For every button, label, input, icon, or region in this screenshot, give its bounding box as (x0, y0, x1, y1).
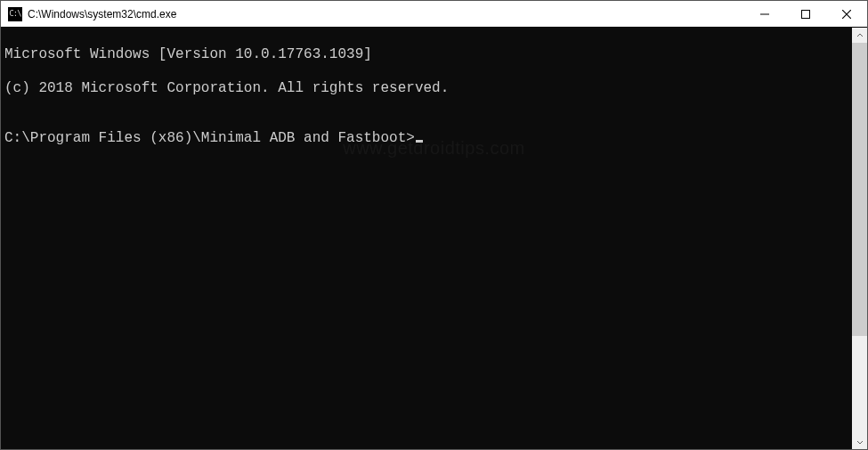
scroll-up-button[interactable] (852, 28, 867, 43)
scroll-thumb[interactable] (852, 43, 867, 336)
minimize-icon (760, 10, 769, 19)
scroll-track[interactable] (852, 43, 867, 434)
cursor-icon (416, 140, 423, 143)
terminal-line: Microsoft Windows [Version 10.0.17763.10… (4, 46, 852, 63)
terminal-line: (c) 2018 Microsoft Corporation. All righ… (4, 80, 852, 97)
chevron-down-icon (856, 438, 864, 446)
close-button[interactable] (826, 1, 867, 27)
vertical-scrollbar[interactable] (852, 28, 867, 449)
maximize-icon (801, 10, 810, 19)
client-area: Microsoft Windows [Version 10.0.17763.10… (1, 28, 867, 449)
terminal-prompt: C:\Program Files (x86)\Minimal ADB and F… (4, 130, 415, 146)
scroll-down-button[interactable] (852, 434, 867, 449)
maximize-button[interactable] (785, 1, 826, 27)
minimize-button[interactable] (744, 1, 785, 27)
chevron-up-icon (856, 32, 864, 39)
svg-rect-0 (802, 10, 810, 18)
window-controls (744, 1, 867, 27)
titlebar[interactable]: C:\ C:\Windows\system32\cmd.exe (1, 1, 867, 28)
cmd-window: C:\ C:\Windows\system32\cmd.exe Microsof… (0, 0, 868, 450)
cmd-icon: C:\ (8, 7, 22, 21)
cmd-icon-glyph: C:\ (9, 10, 20, 18)
close-icon (842, 10, 851, 19)
terminal-output[interactable]: Microsoft Windows [Version 10.0.17763.10… (1, 28, 852, 449)
window-title: C:\Windows\system32\cmd.exe (28, 8, 744, 20)
